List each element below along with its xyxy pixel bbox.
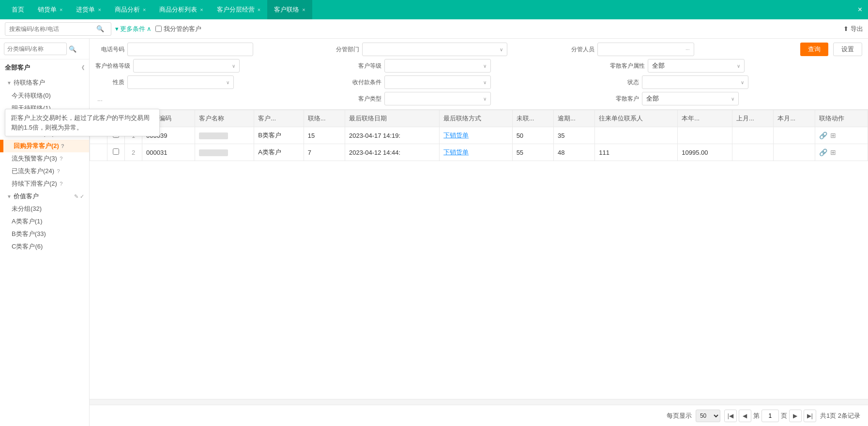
current-page-input[interactable] [761,410,779,422]
close-product-analysis-list-icon[interactable]: × [200,7,203,13]
col-name-header: 客户名称 [195,110,254,127]
sidebar-item-repurchase-abnormal[interactable]: 回购异常客户(2) ? [0,140,89,152]
col-contact-count-header: 联络... [304,110,345,127]
col-this-year-header: 本年... [678,110,732,127]
sidebar-item-unclassified[interactable]: 未分组(32) [0,203,89,215]
filter-row-1: 电话号码 分管部门 ∨ 分管人员 ··· 查 [95,43,862,56]
repurchase-info-icon[interactable]: ? [61,143,64,149]
close-product-analysis-icon[interactable]: × [143,7,146,13]
sidebar-item-already-lost[interactable]: 已流失客户(24) ? [0,165,89,177]
row2-grid-icon[interactable]: ⊞ [830,148,836,156]
main-layout: 🔍 全部客户 《 ▼ 待联络客户 今天待联络(0) 明天待联络(1) 近7天待联… [0,39,868,426]
total-info: 共1页 2条记录 [820,411,860,420]
search-box[interactable]: 🔍 [5,22,111,36]
nav-home[interactable]: 首页 [5,0,31,19]
row1-method-link[interactable]: 下销货单 [443,132,469,139]
sidebar-all-customers[interactable]: 全部客户 《 [0,59,89,76]
row2-checkbox[interactable] [113,148,119,155]
my-customer-checkbox[interactable] [155,26,162,32]
page-label: 第 [753,411,760,420]
sidebar-item-class-a[interactable]: A类客户(1) [0,215,89,228]
table-row: 2 000031 A类客户 7 2023-04-12 14:44: 下销货单 5… [90,144,868,161]
dept-select[interactable]: ∨ [362,43,507,56]
person-select[interactable]: ··· [597,43,694,56]
filter-area: 电话号码 分管部门 ∨ 分管人员 ··· 查 [90,39,868,110]
sidebar-item-declining[interactable]: 持续下滑客户(2) ? [0,177,89,190]
status-chevron-icon: ∨ [741,80,744,85]
retail-attr-select[interactable]: 全部 ∨ [648,59,745,73]
close-customer-contact-icon[interactable]: × [302,7,305,13]
sidebar-pending-contact[interactable]: ▼ 待联络客户 [0,76,89,89]
per-page-select[interactable]: 50 100 200 [696,410,720,422]
col-last-month-header: 上月... [732,110,774,127]
content-area: 电话号码 分管部门 ∨ 分管人员 ··· 查 [90,39,868,426]
close-sales-order-icon[interactable]: × [60,7,62,13]
table-wrapper: ⚙ # 客户编码 客户名称 客户... 联络... 最后联络日期 最后联络方式 … [90,110,868,399]
retail-select[interactable]: 全部 ∨ [642,92,739,105]
retail-attr-label: 零散客户属性 [610,62,645,70]
chevron-down-icon-value: ▼ [7,194,12,199]
price-level-select[interactable]: ∨ [133,59,240,73]
filter-icon: ▾ [115,25,119,32]
setting-button[interactable]: 设置 [833,43,862,56]
row1-name [195,127,254,144]
sidebar-item-class-b[interactable]: B类客户(33) [0,228,89,240]
search-icon[interactable]: 🔍 [96,25,104,32]
sidebar-item-today[interactable]: 今天待联络(0) [0,89,89,102]
col-type-header: 客户... [254,110,304,127]
col-overdue-header: 逾期... [553,110,594,127]
row2-link-icon[interactable]: 🔗 [819,148,827,156]
more-filter-dots[interactable]: ... [95,95,105,103]
row1-action-icons: 🔗 ⊞ [819,132,864,139]
declining-info-icon[interactable]: ? [60,181,62,187]
filter-customer-level: 客户等级 ∨ [352,59,605,73]
nav-product-analysis-list[interactable]: 商品分析列表 × [152,0,210,19]
last-page-button[interactable]: ▶| [804,410,816,422]
sidebar-search-input[interactable] [4,43,67,55]
filter-payment: 收付款条件 ∨ [352,75,605,89]
row1-grid-icon[interactable]: ⊞ [830,132,836,139]
gender-select[interactable]: ∨ [127,75,234,89]
next-page-button[interactable]: ▶ [789,410,802,422]
customer-level-select[interactable]: ∨ [384,59,491,73]
row2-action-icons: 🔗 ⊞ [819,148,864,156]
row2-settings [90,144,107,161]
already-lost-info-icon[interactable]: ? [57,168,60,174]
nav-purchase-order[interactable]: 进货单 × [69,0,107,19]
first-page-button[interactable]: |◀ [724,410,737,422]
close-all-tabs-icon[interactable]: × [858,5,862,14]
chevron-down-icon: ∧ [147,25,152,32]
close-customer-stratification-icon[interactable]: × [258,7,260,13]
search-input[interactable] [9,26,96,32]
prev-page-button[interactable]: ◀ [739,410,751,422]
row1-link-icon[interactable]: 🔗 [819,132,827,139]
row2-last-method: 下销货单 [440,144,512,161]
payment-select[interactable]: ∨ [384,75,491,89]
filter-customer-type: 客户类型 ∨ [352,92,605,105]
repurchase-tooltip: 距客户上次交易时长，超过了此客户的平均交易周期的1.5倍，则视为异常。 [5,109,160,136]
row1-type: B类客户 [254,127,304,144]
row2-method-link[interactable]: 下销货单 [443,148,469,156]
filter-phone: 电话号码 [95,43,325,56]
export-button[interactable]: ⬆ 导出 [843,25,863,33]
sidebar-search-icon[interactable]: 🔍 [69,45,76,53]
lost-info-icon[interactable]: ? [60,156,62,162]
customer-type-select[interactable]: ∨ [384,92,491,105]
horizontal-scrollbar[interactable] [90,399,868,405]
row2-code: 000031 [142,144,195,161]
nav-customer-contact[interactable]: 客户联络 × [267,0,312,19]
person-chevron-icon: ··· [685,47,689,52]
edit-icon[interactable]: ✎ ✓ [74,193,84,200]
nav-sales-order[interactable]: 销货单 × [31,0,69,19]
nav-customer-stratification[interactable]: 客户分层经营 × [210,0,267,19]
more-conditions-button[interactable]: ▾ 更多条件 ∧ [115,25,152,33]
row2-overdue: 48 [553,144,594,161]
query-button[interactable]: 查询 [800,43,828,56]
sidebar-item-class-c[interactable]: C类客户(6) [0,240,89,253]
sidebar-item-lost-warning[interactable]: 流失预警客户(3) ? [0,152,89,165]
close-purchase-order-icon[interactable]: × [98,7,101,13]
sidebar-value-customer-group[interactable]: ▼ 价值客户 ✎ ✓ [0,190,89,203]
phone-input[interactable] [127,43,253,56]
nav-product-analysis[interactable]: 商品分析 × [108,0,152,19]
status-select[interactable]: ∨ [642,75,748,89]
